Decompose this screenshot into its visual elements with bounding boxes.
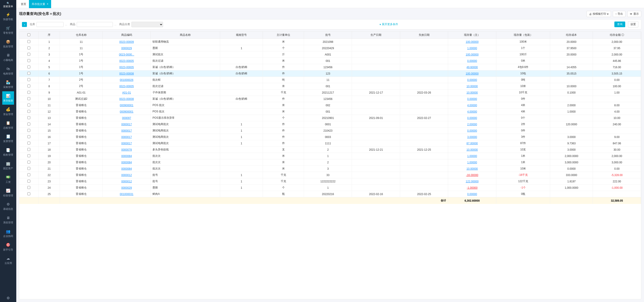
row-qty-link[interactable]: 122.00000 [466, 180, 479, 183]
sidebar-item-tax[interactable]: 📑税务管理 [2, 145, 14, 159]
tab-close-icon[interactable]: ✕ [46, 0, 48, 8]
row-qty-link[interactable]: -1.00000 [467, 186, 478, 189]
row-qty-link[interactable]: 100.00000 [466, 40, 479, 44]
row-checkbox[interactable] [27, 148, 30, 151]
row-qty-link[interactable]: 0.00000 [467, 78, 477, 82]
row-checkbox[interactable] [27, 129, 30, 132]
search-expand-toggle[interactable]: › [22, 22, 27, 27]
sidebar-item-basic[interactable]: ⚙基础信息 [2, 200, 14, 213]
tab-home[interactable]: 首页 [18, 0, 29, 8]
sidebar-item-ecom[interactable]: 🛍电商管理 [2, 64, 14, 78]
row-checkbox[interactable] [27, 103, 30, 106]
sidebar-item-inventory[interactable]: 📊库存核算 [2, 91, 14, 105]
row-qty-link[interactable]: 4.00000 [467, 104, 477, 107]
row-code-link[interactable]: 0000084 [121, 161, 132, 164]
expand-conditions-btn[interactable]: ▾ 展开更多条件 [380, 23, 398, 26]
row-code-link[interactable]: 0000029 [121, 186, 132, 189]
sidebar-settings[interactable]: ⚙ [0, 294, 16, 302]
row-qty-link[interactable]: 100.00000 [466, 53, 479, 56]
row-code-link[interactable]: 0023-0000... [119, 53, 134, 56]
row-code-link[interactable]: 000900001 [120, 104, 134, 107]
print-btn[interactable]: 🖨 按模板打印 ▾ [586, 11, 611, 17]
row-checkbox[interactable] [27, 122, 30, 125]
row-code-link[interactable]: 001000031 [120, 193, 134, 196]
row-checkbox[interactable] [27, 110, 30, 113]
row-code-link[interactable]: 0023-00008 [120, 72, 134, 75]
select-all-checkbox[interactable] [27, 33, 30, 36]
row-qty-link[interactable]: 4.00000 [467, 110, 477, 113]
row-checkbox[interactable] [27, 180, 30, 183]
row-code-link[interactable]: 0000012 [121, 174, 132, 177]
row-qty-link[interactable]: 1.00000 [467, 161, 477, 164]
row-code-link[interactable]: A01-01 [122, 91, 131, 94]
row-qty-link[interactable]: 1.00000 [467, 155, 477, 158]
row-qty-link[interactable]: 0.00000 [467, 193, 477, 196]
row-checkbox[interactable] [27, 135, 30, 138]
sidebar-item-wholesale[interactable]: 📦批发管理 [2, 37, 14, 51]
row-checkbox[interactable] [27, 40, 30, 43]
sidebar-item-purchase[interactable]: 🏪采购管理 [2, 78, 14, 91]
row-code-link[interactable]: 0000017 [121, 135, 132, 139]
table-settings-btn[interactable]: 设置 [628, 21, 638, 27]
sidebar-item-ops[interactable]: 📈经营管理 [2, 186, 14, 200]
row-checkbox[interactable] [27, 186, 30, 189]
row-code-link[interactable]: 0000017 [121, 123, 132, 126]
row-code-link[interactable]: 0023-00005 [120, 85, 134, 88]
row-qty-link[interactable]: 0.00000 [467, 116, 477, 120]
row-code-link[interactable]: 0000017 [121, 142, 132, 145]
row-checkbox[interactable] [27, 161, 30, 164]
row-qty-link[interactable]: 49.60000 [466, 66, 478, 69]
sidebar-search-menu[interactable]: 🔍 搜索菜单 [0, 0, 16, 10]
row-checkbox[interactable] [27, 97, 30, 100]
row-code-link[interactable]: 0000084 [121, 155, 132, 158]
row-code-link[interactable]: 0023-00009 [120, 40, 134, 44]
row-qty-link[interactable]: 100.00000 [466, 72, 479, 75]
goods-input[interactable] [77, 22, 113, 27]
row-code-link[interactable]: 0000078 [121, 148, 132, 151]
row-qty-link[interactable]: 87.00000 [466, 142, 478, 145]
row-checkbox[interactable] [27, 65, 30, 68]
sidebar-item-quick-nav[interactable]: ⚡快捷导航 [2, 10, 14, 24]
row-code-link[interactable]: 0023-00005 [120, 66, 134, 69]
row-checkbox[interactable] [27, 53, 30, 56]
row-qty-link[interactable]: 10.00000 [466, 85, 478, 88]
row-code-link[interactable]: 001000026 [120, 78, 134, 82]
row-qty-link[interactable]: 3.00000 [467, 135, 477, 139]
row-checkbox[interactable] [27, 59, 30, 62]
row-qty-link[interactable]: 10.00000 [466, 91, 478, 94]
row-code-link[interactable]: 0023-00008 [120, 97, 134, 101]
row-code-link[interactable]: 0000017 [121, 129, 132, 132]
row-checkbox[interactable] [27, 173, 30, 176]
row-checkbox[interactable] [27, 167, 30, 170]
row-qty-link[interactable]: 0.00000 [467, 129, 477, 132]
row-checkbox[interactable] [27, 78, 30, 81]
row-code-link[interactable]: 0000084 [121, 167, 132, 170]
tab-current[interactable]: 库存批次量 ✕ [29, 0, 51, 8]
row-checkbox[interactable] [27, 141, 30, 144]
row-code-link[interactable]: 000900001 [120, 110, 134, 113]
row-code-link[interactable]: 0000029 [121, 47, 132, 50]
row-code-link[interactable]: 0000012 [121, 180, 132, 183]
export-btn[interactable]: ↑ 导出 [613, 11, 626, 17]
sidebar-item-payroll[interactable]: 💵工资 [2, 172, 14, 186]
row-checkbox[interactable] [27, 116, 30, 119]
row-qty-link[interactable]: 10.00000 [466, 167, 478, 170]
sidebar-item-general[interactable]: 📋总账管理 [2, 118, 14, 132]
row-qty-link[interactable]: 0.00000 [467, 97, 477, 101]
row-checkbox[interactable] [27, 154, 30, 157]
row-checkbox[interactable] [27, 72, 30, 75]
sidebar-item-guide[interactable]: 🎯新手引导 [2, 240, 14, 254]
row-code-link[interactable]: 0023-00005 [120, 59, 134, 63]
category-select[interactable] [132, 22, 163, 27]
sidebar-item-mini-shop[interactable]: 🖥小脑电商 [2, 51, 14, 64]
sidebar-item-retail[interactable]: 🛒零售管理 [2, 24, 14, 37]
row-checkbox[interactable] [27, 91, 30, 94]
row-qty-link[interactable]: -16.00000 [466, 174, 478, 177]
sidebar-item-invoice[interactable]: 🧾发票管理 [2, 132, 14, 145]
row-checkbox[interactable] [27, 84, 30, 87]
sidebar-item-system[interactable]: 🖥系统管理 [2, 213, 14, 227]
row-qty-link[interactable]: 2.00000 [467, 123, 477, 126]
sidebar-item-finance[interactable]: 💰资金管理 [2, 105, 14, 118]
query-btn[interactable]: 查询 [614, 22, 625, 27]
row-qty-link[interactable]: 10.00000 [466, 148, 478, 151]
